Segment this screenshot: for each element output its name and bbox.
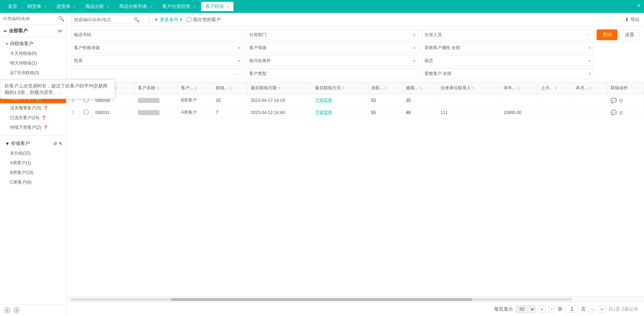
filter-bar: 🔍 ▼ 更多条件 ▾ 我分管的客户 ⬆ 导出 [66,13,644,27]
filter-price-level-arrow: ▾ [238,46,240,50]
export-icon: ⬆ [625,17,629,22]
nav-product-analysis-close[interactable]: × [107,4,109,9]
filter-extra-field[interactable]: ··· [71,68,243,79]
scroll-thumb[interactable] [171,298,472,301]
tooltip-more-link[interactable]: ... [59,90,63,95]
filter-extra-dots[interactable]: ··· [233,71,240,76]
page-size-select[interactable]: 50 100 200 [516,305,536,313]
filter-status-field[interactable]: 状态 ▾ [421,55,594,66]
nav-product-analysis-list[interactable]: 商品分析列表 × [115,2,157,11]
sidebar-item-7days[interactable]: 近7天待联络(0) [0,68,66,78]
page-number-input[interactable] [565,306,578,313]
my-customer-checkbox[interactable] [187,17,191,22]
sidebar-pending-contact-title[interactable]: ▼ 待联络客户 [0,39,66,49]
col-last-contact-date[interactable]: 最后联络日期 ⇅ [247,82,312,94]
filter-nature-field[interactable]: 性质 ▾ [71,55,243,66]
row-2-checkbox[interactable] [84,110,88,114]
filter-customer-level-label: 客户等级 [249,45,271,51]
window-close-btn[interactable]: × [637,3,640,9]
filter-price-level-field[interactable]: 客户价格等级 ▾ [71,42,243,53]
filter-row-2: 客户价格等级 ▾ 客户等级 ▾ 零散客户属性 全部 ▾ [71,42,640,53]
my-customer-checkbox-label[interactable]: 我分管的客户 [187,16,221,23]
sidebar-item-declining[interactable]: 持续下滑客户(2) ❓ [0,123,66,132]
churned-help-icon[interactable]: ❓ [41,115,46,120]
col-this-month[interactable]: 本月... ⇅ [573,82,607,94]
sidebar-value-customers-title[interactable]: ▼ 价值客户 ↺ ✎ [0,138,66,148]
nav-purchase[interactable]: 进货单 × [52,2,80,11]
last-page-btn[interactable]: » [598,306,606,313]
nav-product-analysis-list-close[interactable]: × [150,4,152,9]
col-last-contact-method[interactable]: 最后联络方式 ⇅ [312,82,368,94]
nav-customer-stratify-close[interactable]: × [193,4,195,9]
col-customer-type[interactable]: 客户... ⇅ [178,82,213,94]
filter-payment-field[interactable]: 收付款条件 ▾ [246,55,418,66]
col-actions: 联络动作 [607,82,644,94]
declining-help-icon[interactable]: ❓ [43,125,48,129]
row-2-qr-icon[interactable]: ⊞ [619,110,623,115]
row-2-last-method[interactable]: 下销货单 [312,107,368,119]
filter-retail-customer-field[interactable]: 零散客户 全部 ▾ [421,68,594,79]
pagination-bar: 每页显示 50 100 200 « ‹ 第 页 › » 共1页 2条记录 [66,302,644,316]
col-last-month[interactable]: 上月... ⇅ [538,82,573,94]
value-customers-refresh-icon[interactable]: ↺ [53,141,57,146]
col-contacts[interactable]: 往来单位联系人 ⇅ [437,82,500,94]
filter-phone-field[interactable]: 电话号码 [71,29,243,40]
sidebar-next-btn[interactable]: › [13,307,20,314]
col-overdue[interactable]: 逾期... ⇅ [403,82,437,94]
row-1-qr-icon[interactable]: ⊞ [619,98,623,103]
horizontal-scrollbar[interactable] [66,296,644,302]
filter-search-icon[interactable]: 🔍 [134,17,139,22]
filter-customer-type-label: 客户类型 [249,71,271,77]
nav-home[interactable]: 首页 [4,2,22,11]
filter-person-field[interactable]: 分管人员 ··· [421,29,594,40]
sidebar-search-input[interactable] [3,16,57,21]
col-contact-count[interactable]: 联络... ⇅ [213,82,247,94]
sidebar-grid-icon: ▪▪ [4,28,7,34]
filter-customer-level-field[interactable]: 客户等级 ▾ [246,42,418,53]
nav-sales[interactable]: 销货单 × [23,2,51,11]
nav-purchase-close[interactable]: × [73,4,75,9]
sidebar-prev-btn[interactable]: ‹ [4,307,11,314]
col-not-contacted[interactable]: 未联... ⇅ [368,82,403,94]
filter-more-conditions[interactable]: ▼ 更多条件 ▾ [154,16,182,23]
sidebar-collapse-btn[interactable]: ≫ [57,28,62,34]
row-2-message-icon[interactable]: 💬 [611,110,617,115]
table-area: ⚙ 客户编码 ⇅ 客户名称 ⇅ 客户... ⇅ 联络... ⇅ 最后联络日期 ⇅… [66,82,644,296]
query-button[interactable]: 查询 [597,29,617,40]
nav-sales-close[interactable]: × [44,4,46,9]
sidebar-item-today[interactable]: 今天待联络(0) [0,49,66,58]
prev-page-btn[interactable]: ‹ [548,306,555,313]
settings-button[interactable]: 设置 [620,29,640,40]
next-page-btn[interactable]: › [589,306,595,313]
filter-price-level-label: 客户价格等级 [74,45,100,51]
col-this-year[interactable]: 本年... ⇅ [500,82,538,94]
value-customers-edit-icon[interactable]: ✎ [59,141,62,146]
nav-product-analysis[interactable]: 商品分析 × [81,2,113,11]
top-navigation: 首页 销货单 × 进货单 × 商品分析 × 商品分析列表 × 客户分层经营 × … [0,0,644,13]
col-year-sort-icon: ⇅ [517,86,520,90]
filter-search-input[interactable] [74,17,131,22]
filter-dept-label: 分管部门 [249,32,271,38]
filter-customer-type-field[interactable]: 客户类型 [246,68,418,79]
sidebar-item-ungrouped[interactable]: 未分组(32) [0,148,66,158]
sidebar-search-icon[interactable]: 🔍 [58,16,64,22]
nav-customer-stratify[interactable]: 客户分层经营 × [158,2,200,11]
sidebar-item-tomorrow[interactable]: 明天待联络(1) [0,58,66,68]
row-1-this-year [500,94,538,107]
filter-dept-field[interactable]: 分管部门 ▾ [246,29,418,40]
sidebar-item-class-a[interactable]: A类客户(1) [0,158,66,168]
nav-customer-contact-close[interactable]: × [227,4,229,9]
sidebar-item-class-c[interactable]: C类客户(6) [0,178,66,187]
first-page-btn[interactable]: « [538,306,546,313]
filter-person-dots[interactable]: ··· [584,32,590,38]
col-name[interactable]: 客户名称 ⇅ [135,82,178,94]
row-1-message-icon[interactable]: 💬 [611,98,617,103]
row-1-last-method[interactable]: 下销货单 [312,94,368,107]
sidebar-item-churned[interactable]: 已流失客户(24) ❓ [0,113,66,123]
filter-retail-attr-field[interactable]: 零散客户属性 全部 ▾ [421,42,594,53]
churn-warning-help-icon[interactable]: ❓ [43,106,48,110]
sidebar-item-churn-warning[interactable]: 流失预警客户(3) ❓ [0,103,66,113]
nav-customer-contact[interactable]: 客户联络 × [201,2,233,11]
export-button[interactable]: ⬆ 导出 [625,16,640,23]
sidebar-item-class-b[interactable]: B类客户(33) [0,168,66,178]
